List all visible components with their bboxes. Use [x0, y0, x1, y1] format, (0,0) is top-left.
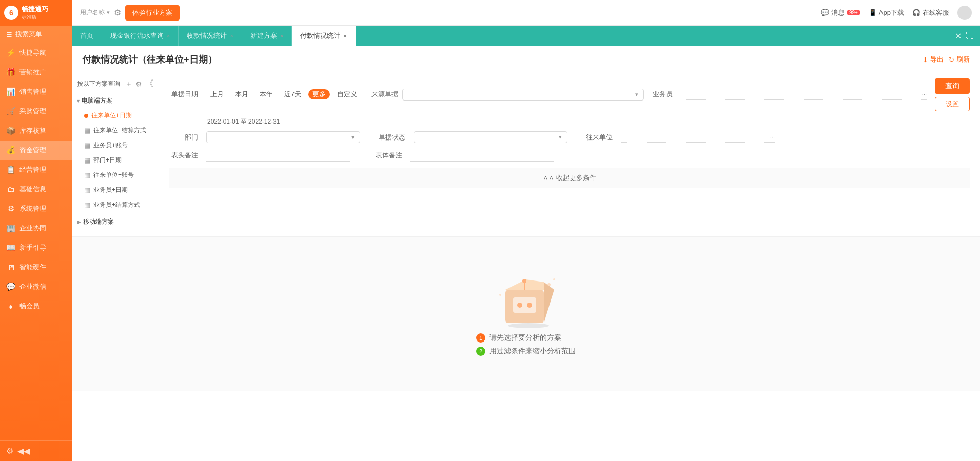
sidebar-item-system[interactable]: ⚙ 系统管理	[0, 199, 72, 218]
partner-label: 往来单位	[584, 133, 613, 142]
scheme-item-dept-date[interactable]: ▦ 部门+日期	[72, 153, 159, 168]
dept-select[interactable]: ▾	[206, 131, 360, 143]
filter-row-dept: 部门 ▾ 单据状态 ▾ 往来单位 ···	[169, 131, 970, 143]
tab-bank-flow[interactable]: 现金银行流水查询 ×	[102, 26, 179, 46]
sidebar-item-basic[interactable]: 🗂 基础信息	[0, 179, 72, 199]
footer-gear-icon[interactable]: ⚙	[6, 446, 13, 456]
sidebar-item-marketing[interactable]: 🎁 营销推广	[0, 63, 72, 82]
staff-select[interactable]: ···	[677, 89, 927, 100]
svg-point-11	[499, 294, 501, 296]
sidebar-collapse-icon[interactable]: ◀◀	[17, 446, 30, 456]
user-avatar[interactable]	[957, 6, 972, 20]
sidebar-item-purchase[interactable]: 🛒 采购管理	[0, 102, 72, 121]
tab-home[interactable]: 首页	[72, 26, 102, 46]
filter-row-notes: 表头备注 表体备注	[169, 149, 970, 162]
scheme-grid-icon: ▦	[84, 142, 90, 149]
collapse-more-button[interactable]: ∧∧ 收起更多条件	[169, 168, 970, 188]
svg-rect-4	[513, 297, 536, 313]
dept-label: 部门	[169, 133, 198, 142]
export-label: 导出	[930, 55, 944, 64]
scheme-item-unit-settle[interactable]: ▦ 往来单位+结算方式	[72, 123, 159, 138]
date-option-last-month[interactable]: 上月	[206, 89, 228, 100]
service-item[interactable]: 🎧 在线客服	[912, 8, 949, 17]
page-header: 付款情况统计（往来单位+日期） ⬇ 导出 ↻ 刷新	[72, 46, 980, 71]
scheme-item-label: 部门+日期	[93, 156, 122, 165]
scheme-item-unit-date[interactable]: 往来单位+日期	[72, 108, 159, 123]
filter-row-date: 单据日期 上月 本月 本年 近7天 更多 自定义 来源单据	[169, 77, 970, 111]
tab-payment[interactable]: 付款情况统计 ×	[292, 26, 355, 46]
date-option-this-month[interactable]: 本月	[231, 89, 252, 100]
tab-payment-close[interactable]: ×	[343, 33, 346, 39]
user-dropdown-icon[interactable]: ▾	[107, 9, 110, 16]
sidebar-item-wechat[interactable]: 💬 企业微信	[0, 277, 72, 296]
mobile-group-header[interactable]: ▶ 移动端方案	[72, 214, 159, 229]
sidebar-item-quick-nav[interactable]: ⚡ 快捷导航	[0, 43, 72, 63]
scheme-item-staff-settle[interactable]: ▦ 业务员+结算方式	[72, 197, 159, 212]
schemes-collapse-button[interactable]: 《	[145, 78, 153, 89]
sidebar-item-hardware[interactable]: 🖥 智能硬件	[0, 257, 72, 277]
tab-receivable-close[interactable]: ×	[230, 33, 233, 39]
filter-settings-button[interactable]: 设置	[935, 97, 970, 111]
sidebar-item-sales[interactable]: 📊 销售管理	[0, 82, 72, 102]
export-button[interactable]: ⬇ 导出	[923, 55, 944, 64]
scheme-settings-button[interactable]: ⚙	[135, 80, 142, 88]
doc-status-select[interactable]: ▾	[414, 131, 567, 143]
desktop-group-header[interactable]: ▾ 电脑端方案	[72, 93, 159, 108]
source-select[interactable]: ▾	[402, 89, 644, 101]
page-title: 付款情况统计（往来单位+日期）	[82, 53, 217, 66]
sidebar-item-member[interactable]: ♦ 畅会员	[0, 296, 72, 316]
sidebar-item-label: 新手引导	[19, 243, 46, 252]
scheme-item-staff-account[interactable]: ▦ 业务员+账号	[72, 138, 159, 153]
hardware-icon: 🖥	[6, 263, 15, 272]
date-range-row: 2022-01-01 至 2022-12-31	[169, 117, 970, 126]
staff-dropdown-icon: ···	[922, 91, 927, 97]
search-menu-item[interactable]: ☰ 搜索菜单	[0, 26, 72, 43]
sidebar-item-corp[interactable]: 🏢 企业协同	[0, 218, 72, 238]
page-content: 付款情况统计（往来单位+日期） ⬇ 导出 ↻ 刷新 按以下方案查询	[72, 46, 980, 461]
schemes-header: 按以下方案查询 ＋ ⚙ 《	[72, 76, 159, 93]
schemes-header-label: 按以下方案查询	[77, 79, 120, 88]
scheme-item-unit-account[interactable]: ▦ 往来单位+账号	[72, 168, 159, 183]
body-note-input[interactable]	[410, 149, 554, 162]
sidebar-item-ops[interactable]: 📋 经营管理	[0, 160, 72, 179]
tab-home-label: 首页	[80, 31, 93, 41]
date-label: 单据日期	[169, 90, 198, 99]
scheme-item-label: 往来单位+日期	[91, 111, 132, 120]
scheme-item-staff-date[interactable]: ▦ 业务员+日期	[72, 183, 159, 197]
body-note-label: 表体备注	[374, 151, 402, 160]
sidebar-item-inventory[interactable]: 📦 库存核算	[0, 121, 72, 141]
refresh-button[interactable]: ↻ 刷新	[949, 55, 970, 64]
date-option-more[interactable]: 更多	[308, 89, 330, 99]
tab-bank-flow-close[interactable]: ×	[167, 33, 170, 39]
app-download-item[interactable]: 📱 App下载	[869, 8, 904, 17]
mobile-group-label: 移动端方案	[83, 217, 114, 226]
sidebar-item-guide[interactable]: 📖 新手引导	[0, 238, 72, 257]
partner-select[interactable]: ···	[621, 132, 775, 143]
notifications-item[interactable]: 💬 消息 99+	[821, 8, 860, 17]
headset-icon: 🎧	[912, 9, 920, 16]
date-option-custom[interactable]: 自定义	[333, 89, 361, 100]
schemes-panel: 按以下方案查询 ＋ ⚙ 《 ▾ 电脑端方案 往来单位+日期	[72, 71, 159, 236]
scheme-active-dot	[84, 114, 88, 118]
filter-actions: 查询 设置	[935, 77, 970, 111]
tabs-expand-icon[interactable]: ⛶	[966, 31, 974, 41]
date-option-this-year[interactable]: 本年	[256, 89, 277, 100]
tab-receivable[interactable]: 收款情况统计 ×	[179, 26, 242, 46]
inventory-icon: 📦	[6, 126, 15, 135]
refresh-label: 刷新	[956, 55, 970, 64]
topbar-settings-icon[interactable]: ⚙	[114, 8, 121, 17]
tab-new-plan-close[interactable]: ×	[280, 33, 283, 39]
sidebar-item-label: 企业协同	[19, 224, 46, 233]
date-option-7days[interactable]: 近7天	[280, 89, 305, 100]
tabs-close-all-icon[interactable]: ✕	[955, 31, 962, 41]
header-note-input[interactable]	[206, 149, 350, 162]
page-actions: ⬇ 导出 ↻ 刷新	[923, 55, 970, 64]
add-scheme-button[interactable]: ＋	[125, 79, 132, 89]
query-button[interactable]: 查询	[935, 78, 970, 94]
scheme-item-label: 业务员+日期	[93, 186, 128, 194]
svg-point-8	[522, 279, 526, 283]
filter-col-staff: 业务员 ···	[652, 89, 927, 100]
sidebar-item-finance[interactable]: 💰 资金管理	[0, 141, 72, 160]
try-industry-button[interactable]: 体验行业方案	[125, 5, 180, 21]
tab-new-plan[interactable]: 新建方案 ×	[242, 26, 292, 46]
